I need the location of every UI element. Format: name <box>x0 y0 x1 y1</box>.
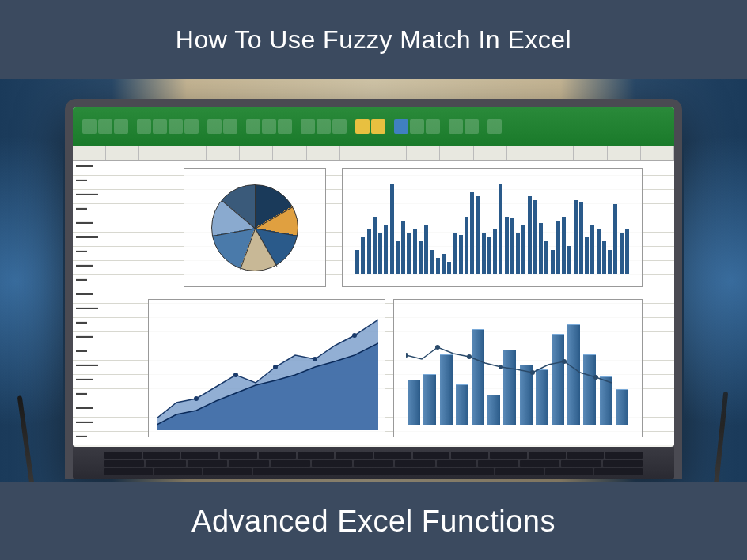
top-banner: How To Use Fuzzy Match In Excel <box>0 0 747 79</box>
hero-image: ▬▬▬▬▬▬▬▬▬▬▬▬▬▬▬▬▬▬▬▬▬▬▬▬▬▬▬▬▬▬▬▬▬▬▬▬▬▬▬▬… <box>0 79 747 482</box>
page-subtitle: Advanced Excel Functions <box>191 505 556 539</box>
combo-chart <box>393 299 643 437</box>
svg-point-4 <box>352 333 357 338</box>
svg-point-5 <box>406 353 408 358</box>
svg-point-7 <box>467 354 472 359</box>
data-column-a: ▬▬▬▬▬▬▬▬▬▬▬▬▬▬▬▬▬▬▬▬▬▬▬▬▬▬▬▬▬▬▬▬▬▬▬▬▬▬▬▬… <box>73 161 152 445</box>
pen-decoration <box>17 395 36 482</box>
column-headers <box>73 146 674 161</box>
laptop-illustration: ▬▬▬▬▬▬▬▬▬▬▬▬▬▬▬▬▬▬▬▬▬▬▬▬▬▬▬▬▬▬▬▬▬▬▬▬▬▬▬▬… <box>65 99 682 479</box>
svg-point-1 <box>233 373 238 377</box>
spreadsheet-grid: ▬▬▬▬▬▬▬▬▬▬▬▬▬▬▬▬▬▬▬▬▬▬▬▬▬▬▬▬▬▬▬▬▬▬▬▬▬▬▬▬… <box>73 161 674 445</box>
bar-chart-top <box>342 168 643 287</box>
area-chart <box>148 299 385 437</box>
bottom-banner: Advanced Excel Functions <box>0 482 747 560</box>
excel-screen: ▬▬▬▬▬▬▬▬▬▬▬▬▬▬▬▬▬▬▬▬▬▬▬▬▬▬▬▬▬▬▬▬▬▬▬▬▬▬▬▬… <box>73 107 674 447</box>
pie-chart <box>184 168 326 287</box>
svg-point-11 <box>593 375 598 380</box>
svg-point-3 <box>313 357 317 361</box>
svg-point-0 <box>194 396 199 401</box>
page-title: How To Use Fuzzy Match In Excel <box>176 25 571 55</box>
pen-decoration <box>714 392 729 482</box>
svg-point-9 <box>530 370 535 375</box>
svg-point-8 <box>499 365 503 369</box>
svg-point-10 <box>562 359 567 364</box>
laptop-keyboard <box>73 447 674 479</box>
svg-point-2 <box>273 365 278 369</box>
svg-point-6 <box>435 345 440 350</box>
excel-ribbon <box>73 107 674 146</box>
